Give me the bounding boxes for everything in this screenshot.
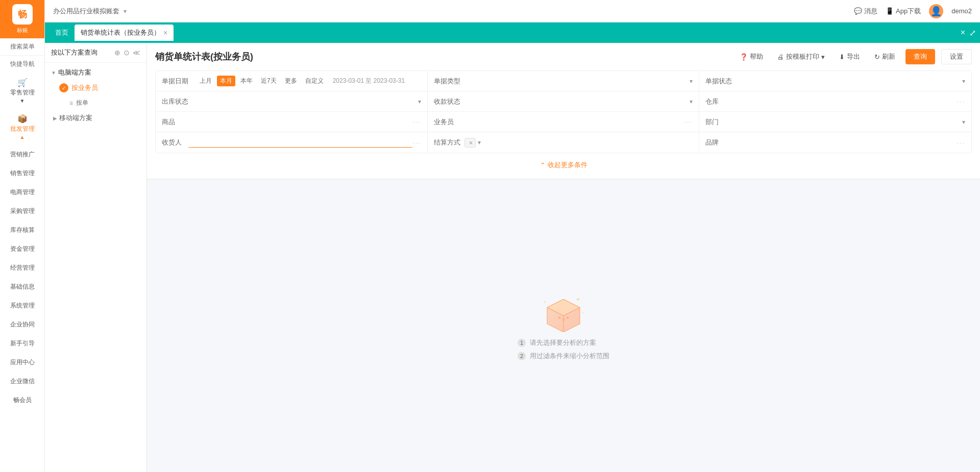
custom-btn[interactable]: 自定义 [302, 76, 327, 86]
settlement-tag-close[interactable]: × [469, 139, 473, 147]
settings-scheme-icon[interactable]: ⊙ [124, 49, 130, 57]
delivery-select[interactable]: ▾ [194, 98, 421, 105]
add-scheme-icon[interactable]: ⊕ [114, 49, 120, 57]
brand-select[interactable]: ··· [726, 139, 965, 147]
filter-date-main-cell: 单据日期 上月 本月 本年 近7天 更多 自定义 2023-03-01 至 20… [156, 71, 428, 91]
this-year-btn[interactable]: 本年 [237, 76, 256, 86]
receiver-dots[interactable]: ··· [412, 139, 421, 147]
prev-month-btn[interactable]: 上月 [197, 76, 215, 86]
export-label: 导出 [847, 52, 860, 61]
search-menu[interactable]: 搜索菜单 [0, 38, 44, 56]
sidebar-item-wholesale[interactable]: 📦 批发管理 ▲ [0, 109, 44, 145]
desktop-scheme-arrow: ▼ [51, 70, 56, 76]
tip-num-2: 2 [518, 352, 526, 360]
sidebar-item-ecommerce[interactable]: 电商管理 [0, 183, 44, 202]
tab-window-controls: × ⤢ [957, 28, 980, 38]
message-action[interactable]: 💬 消息 [854, 7, 877, 16]
sidebar-item-retail[interactable]: 🛒 零售管理 ▼ [0, 73, 44, 109]
tab-home-label: 首页 [55, 28, 68, 37]
user-avatar[interactable]: 👤 [929, 4, 943, 18]
doc-status-label: 单据状态 [705, 77, 734, 86]
collapse-button[interactable]: ⌃ 收起更多条件 [155, 157, 972, 173]
settlement-arr: ▾ [478, 139, 481, 146]
sidebar-item-inventory[interactable]: 库存核算 [0, 221, 44, 240]
collapse-panel-icon[interactable]: ≪ [133, 49, 140, 57]
sidebar-item-purchase[interactable]: 采购管理 [0, 202, 44, 221]
sidebar-item-sales[interactable]: 销售管理 [0, 164, 44, 183]
content-area: 按以下方案查询 ⊕ ⊙ ≪ ▼ 电脑端方案 ✓ 按业务员 ≡ 按单 [45, 43, 980, 472]
sidebar-item-wechat[interactable]: 企业微信 [0, 372, 44, 391]
scheme-item-by-salesperson[interactable]: ✓ 按业务员 [45, 80, 146, 96]
help-button[interactable]: ❓ 帮助 [736, 50, 767, 63]
page-actions: ❓ 帮助 🖨 按模板打印 ▾ ⬇ 导出 ↻ [736, 49, 972, 64]
sidebar-item-wechat-label: 企业微信 [10, 377, 35, 386]
sidebar-item-retail-label: 零售管理 [10, 88, 35, 97]
product-select[interactable]: ··· [182, 118, 421, 126]
sidebar-item-enterprise[interactable]: 企业协同 [0, 315, 44, 334]
last7days-btn[interactable]: 近7天 [258, 76, 280, 86]
warehouse-label: 仓库 [705, 97, 722, 106]
template-print-button[interactable]: 🖨 按模板打印 ▾ [773, 50, 829, 63]
payment-select[interactable]: ▾ [467, 98, 693, 105]
filter-department-cell2: 部门 ▾ [699, 112, 971, 132]
refresh-button[interactable]: ↻ 刷新 [870, 50, 899, 63]
scheme-group-desktop[interactable]: ▼ 电脑端方案 [45, 65, 146, 80]
tab-close-window-icon[interactable]: × [961, 28, 965, 37]
sidebar-item-basic[interactable]: 基础信息 [0, 277, 44, 296]
salesperson-dots[interactable]: ··· [684, 118, 693, 126]
salesperson-select[interactable]: ··· [460, 118, 693, 126]
warehouse-dots[interactable]: ··· [957, 98, 965, 105]
logo-char: 畅 [18, 8, 27, 20]
payment-arr: ▾ [690, 98, 693, 105]
tab-maximize-icon[interactable]: ⤢ [969, 28, 976, 38]
empty-icon: ✦ ✦ ✦ [538, 291, 589, 332]
scheme-sub-item-by-order[interactable]: ≡ 按单 [45, 96, 146, 110]
receiver-input[interactable] [188, 137, 412, 148]
warehouse-select[interactable]: ··· [726, 98, 965, 105]
scheme-sub-item-order-label: 按单 [76, 99, 88, 107]
brand-label: 品牌 [705, 138, 722, 147]
sidebar-item-member[interactable]: 畅会员 [0, 391, 44, 410]
tab-home[interactable]: 首页 [49, 25, 75, 41]
filter-warehouse-cell2: 仓库 ··· [699, 91, 971, 112]
this-month-btn[interactable]: 本月 [217, 76, 235, 86]
shortcut-nav[interactable]: 快捷导航 [0, 56, 44, 73]
mobile-scheme-label: 移动端方案 [59, 113, 92, 123]
settings-button[interactable]: 设置 [941, 49, 972, 64]
query-button[interactable]: 查询 [905, 49, 935, 64]
sidebar-item-system[interactable]: 系统管理 [0, 296, 44, 315]
doc-type-label: 单据类型 [434, 77, 462, 86]
sidebar-item-appstore[interactable]: 应用中心 [0, 353, 44, 372]
tab-close-button[interactable]: × [163, 29, 167, 36]
main-area: 办公用品行业模拟账套 ▾ 💬 消息 📱 App下载 👤 demo2 首页 销货单… [45, 0, 980, 472]
download-icon: 📱 [886, 7, 894, 15]
sidebar-logo[interactable]: 畅 标账 [0, 0, 44, 38]
message-icon: 💬 [854, 7, 862, 15]
more-btn[interactable]: 更多 [282, 76, 300, 86]
user-name[interactable]: demo2 [951, 7, 972, 15]
filter-area: 销货单统计表(按业务员) ❓ 帮助 🖨 按模板打印 ▾ ⬇ [147, 43, 980, 179]
product-dots[interactable]: ··· [412, 118, 421, 126]
top-header-dropdown[interactable]: ▾ [124, 8, 127, 15]
tab-active[interactable]: 销货单统计表（按业务员） × [75, 25, 174, 41]
app-download-action[interactable]: 📱 App下载 [886, 7, 921, 16]
doc-type-select[interactable]: ▾ [467, 78, 693, 85]
department-select[interactable]: ▾ [726, 119, 965, 126]
left-panel: 按以下方案查询 ⊕ ⊙ ≪ ▼ 电脑端方案 ✓ 按业务员 ≡ 按单 [45, 43, 147, 472]
sidebar-item-operation[interactable]: 经营管理 [0, 258, 44, 277]
scheme-group-mobile[interactable]: ▶ 移动端方案 [45, 110, 146, 126]
top-header: 办公用品行业模拟账套 ▾ 💬 消息 📱 App下载 👤 demo2 [45, 0, 980, 22]
collapse-label: 收起更多条件 [548, 160, 587, 170]
sidebar-item-appstore-label: 应用中心 [10, 358, 35, 367]
empty-state: ✦ ✦ ✦ 1 请先选择要分析的方案 2 用过滤条件来缩小分析范围 [518, 291, 609, 361]
export-button[interactable]: ⬇ 导出 [835, 50, 864, 63]
sidebar-item-marketing[interactable]: 营销推广 [0, 145, 44, 164]
sidebar-item-finance[interactable]: 资金管理 [0, 240, 44, 258]
sidebar-item-system-label: 系统管理 [10, 301, 35, 310]
sidebar-item-newbie[interactable]: 新手引导 [0, 334, 44, 353]
tip-text-2: 用过滤条件来缩小分析范围 [530, 351, 609, 361]
empty-tips: 1 请先选择要分析的方案 2 用过滤条件来缩小分析范围 [518, 338, 609, 361]
collapse-icon: ⌃ [540, 161, 546, 169]
brand-dots[interactable]: ··· [957, 139, 965, 147]
doc-status-select[interactable]: ▾ [738, 78, 965, 85]
